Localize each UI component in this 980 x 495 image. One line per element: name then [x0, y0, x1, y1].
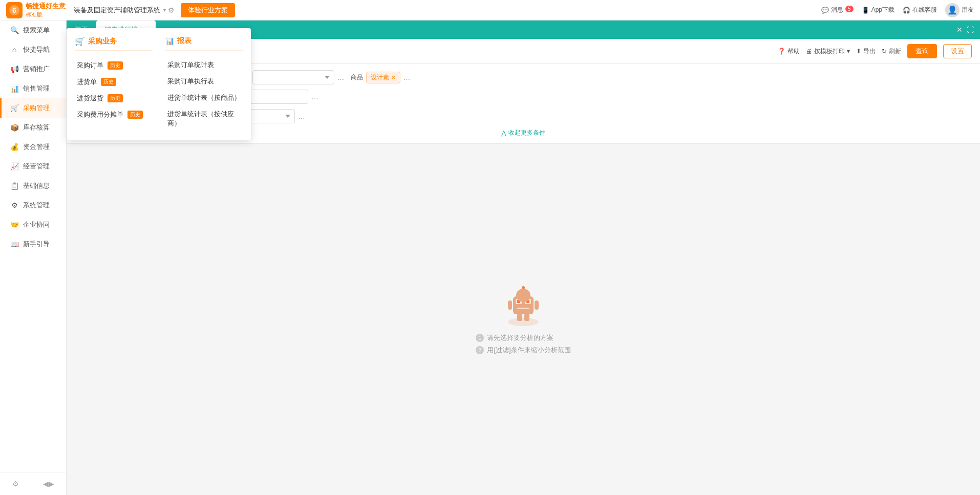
- user-menu-btn[interactable]: 👤 用友: [945, 3, 974, 17]
- sidebar-item-sales[interactable]: 📊销售管理: [0, 79, 66, 98]
- purchase-menu-icon: 🛒: [75, 36, 85, 46]
- sidebar-label-purchase: 采购管理: [23, 103, 50, 113]
- sidebar-item-newbie[interactable]: 📖新手引导: [0, 234, 66, 254]
- sidebar-label-quick-nav: 快捷导航: [23, 45, 50, 54]
- goods-tag-close-icon[interactable]: ✕: [391, 74, 396, 81]
- data-area: 1 请先选择要分析的方案 2 用[过滤]条件来缩小分析范围: [67, 144, 980, 495]
- sidebar-label-enterprise: 企业协同: [23, 220, 50, 229]
- sidebar-items: 🔍搜索菜单⌂快捷导航📢营销推广📊销售管理🛒采购管理📦库存核算💰资金管理📈经营管理…: [0, 20, 66, 254]
- report-menu-icon: 📊: [165, 37, 174, 45]
- goods-more-icon[interactable]: …: [403, 73, 411, 81]
- dropdown-item-采购订单[interactable]: 采购订单历史: [75, 57, 153, 74]
- sidebar-label-basic-info: 基础信息: [23, 181, 50, 190]
- doc-status-select[interactable]: [252, 70, 334, 84]
- print-arrow-icon[interactable]: ▾: [847, 48, 850, 55]
- dropdown-item-进货单[interactable]: 进货单历史: [75, 74, 153, 90]
- sidebar-label-marketing: 营销推广: [23, 64, 50, 74]
- dropdown-col-1: 🛒 采购业务 采购订单历史进货单历史进货退货历史采购费用分摊单历史: [75, 36, 153, 132]
- sidebar-icon-system: ⚙: [10, 201, 19, 210]
- sidebar-item-quick-nav[interactable]: ⌂快捷导航: [0, 40, 66, 59]
- logo-area: 6 畅捷通好生意 标准版: [6, 2, 66, 18]
- app-title: 装备及固定资产辅助管理系统 ▾: [74, 6, 166, 15]
- dropdown-item-进货单统计表按商品[interactable]: 进货单统计表（按商品）: [165, 90, 243, 106]
- online-service-btn[interactable]: 🎧 在线客服: [903, 6, 937, 14]
- sidebar-icon-finance: 💰: [10, 142, 19, 152]
- top-bar-right: 💬 消息 5 📱 App下载 🎧 在线客服 👤 用友: [821, 3, 974, 17]
- messages-btn[interactable]: 💬 消息 5: [821, 6, 854, 14]
- dropdown-item-采购费用分摊单[interactable]: 采购费用分摊单历史: [75, 106, 153, 123]
- hint-num-2: 2: [476, 346, 484, 354]
- settings-action-btn[interactable]: 设置: [943, 44, 972, 58]
- sidebar-label-newbie: 新手引导: [23, 240, 50, 249]
- help-icon: ❓: [778, 48, 785, 55]
- refresh-btn[interactable]: ↻ 刷新: [882, 47, 901, 56]
- history-badge: 历史: [101, 78, 116, 86]
- print-btn[interactable]: 🖨 按模板打印 ▾: [806, 47, 850, 56]
- phone-icon: 📱: [862, 7, 869, 14]
- history-badge: 历史: [108, 94, 123, 102]
- doc-status-more-icon[interactable]: …: [337, 73, 345, 81]
- goods-tag: 设计素 ✕: [366, 72, 400, 83]
- sidebar-item-enterprise[interactable]: 🤝企业协同: [0, 215, 66, 234]
- sales-staff-more-icon[interactable]: …: [311, 93, 318, 101]
- svg-text:6: 6: [12, 6, 16, 14]
- sidebar-item-purchase[interactable]: 🛒采购管理: [0, 98, 66, 118]
- sidebar-item-marketing[interactable]: 📢营销推广: [0, 59, 66, 79]
- customer-more-icon[interactable]: …: [298, 112, 305, 120]
- sidebar-item-finance[interactable]: 💰资金管理: [0, 137, 66, 157]
- avatar: 👤: [945, 3, 960, 17]
- sidebar-label-inventory: 库存核算: [23, 123, 50, 132]
- sidebar-label-finance: 资金管理: [23, 142, 50, 152]
- sidebar-item-basic-info[interactable]: 📋基础信息: [0, 176, 66, 196]
- export-btn[interactable]: ⬆ 导出: [856, 47, 876, 56]
- tab-maximize-btn[interactable]: ⛶: [967, 26, 974, 34]
- svg-rect-11: [517, 314, 522, 321]
- empty-state: 1 请先选择要分析的方案 2 用[过滤]条件来缩小分析范围: [476, 281, 570, 358]
- history-badge: 历史: [108, 61, 123, 70]
- sidebar-item-inventory[interactable]: 📦库存核算: [0, 118, 66, 137]
- industry-btn[interactable]: 体验行业方案: [181, 3, 235, 17]
- dropdown-item-采购订单执行表[interactable]: 采购订单执行表: [165, 73, 243, 90]
- sidebar-icon-enterprise: 🤝: [10, 220, 19, 229]
- svg-point-15: [522, 286, 525, 289]
- empty-illustration: [498, 281, 549, 327]
- sidebar-settings-btn[interactable]: ⚙: [10, 478, 21, 490]
- dropdown-col2-header: 📊 报表: [165, 36, 243, 51]
- collapse-btn[interactable]: ⋀ 收起更多条件: [501, 128, 545, 137]
- svg-point-2: [508, 318, 539, 326]
- dropdown-col2-items: 采购订单统计表采购订单执行表进货单统计表（按商品）进货单统计表（按供应商）: [165, 57, 243, 132]
- sidebar-label-system: 系统管理: [23, 201, 50, 210]
- query-btn[interactable]: 查询: [907, 44, 937, 58]
- tab-close-window-btn[interactable]: ✕: [956, 26, 963, 34]
- svg-rect-9: [508, 300, 512, 310]
- sidebar-icon-inventory: 📦: [10, 123, 19, 132]
- settings-gear-icon[interactable]: ⚙: [168, 6, 175, 14]
- sidebar-icon-search: 🔍: [10, 26, 19, 35]
- dropdown-item-进货单统计表按供应商[interactable]: 进货单统计表（按供应商）: [165, 106, 243, 132]
- svg-rect-8: [517, 308, 529, 309]
- dropdown-divider: [159, 36, 159, 132]
- sidebar-bottom: ⚙ ◀▶: [0, 472, 66, 495]
- dropdown-item-采购订单统计表[interactable]: 采购订单统计表: [165, 57, 243, 73]
- sidebar: 🔍搜索菜单⌂快捷导航📢营销推广📊销售管理🛒采购管理📦库存核算💰资金管理📈经营管理…: [0, 20, 67, 495]
- sidebar-icon-purchase: 🛒: [10, 103, 19, 113]
- sidebar-label-sales: 销售管理: [23, 84, 50, 93]
- sidebar-icon-marketing: 📢: [10, 64, 19, 74]
- title-arrow-icon[interactable]: ▾: [163, 7, 166, 13]
- app-download-btn[interactable]: 📱 App下载: [862, 6, 894, 14]
- top-bar: 6 畅捷通好生意 标准版 装备及固定资产辅助管理系统 ▾ ⚙ 体验行业方案 💬 …: [0, 0, 980, 20]
- svg-point-13: [516, 289, 530, 302]
- logo-text: 畅捷通好生意 标准版: [26, 2, 66, 18]
- svg-rect-12: [524, 314, 529, 321]
- collapse-icon: ⋀: [501, 130, 506, 137]
- filter-goods: 商品 设计素 ✕ …: [351, 72, 411, 83]
- sidebar-item-operations[interactable]: 📈经营管理: [0, 157, 66, 176]
- sidebar-item-search[interactable]: 🔍搜索菜单: [0, 20, 66, 40]
- dropdown-item-进货退货[interactable]: 进货退货历史: [75, 90, 153, 106]
- help-btn[interactable]: ❓ 帮助: [778, 47, 800, 56]
- sidebar-icon-sales: 📊: [10, 84, 19, 93]
- empty-text: 1 请先选择要分析的方案 2 用[过滤]条件来缩小分析范围: [476, 333, 570, 358]
- sidebar-item-system[interactable]: ⚙系统管理: [0, 196, 66, 215]
- sidebar-collapse-btn[interactable]: ◀▶: [41, 478, 56, 490]
- dropdown-columns: 🛒 采购业务 采购订单历史进货单历史进货退货历史采购费用分摊单历史 📊 报表 采…: [75, 36, 243, 132]
